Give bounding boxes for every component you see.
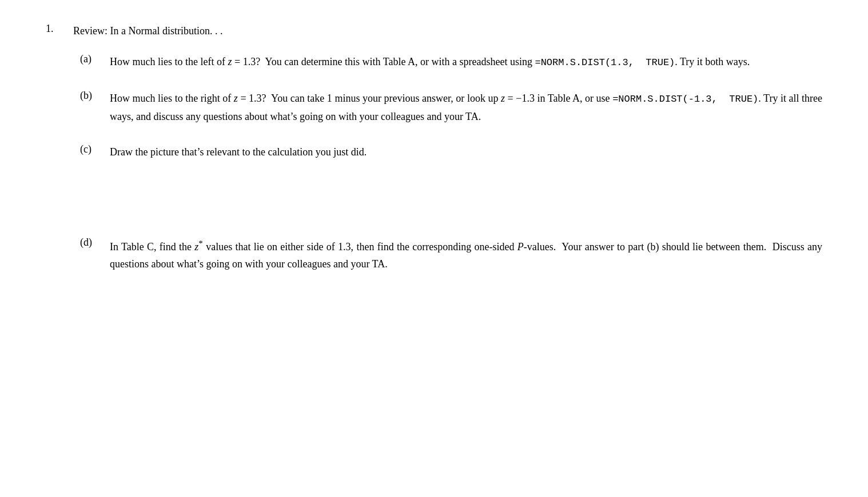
sub-problem-d: (d) In Table C, find the z* values that … xyxy=(80,237,822,273)
sub-label-d: (d) xyxy=(80,237,110,248)
sub-label-c: (c) xyxy=(80,143,110,155)
formula-b: =NORM.S.DIST(-1.3, TRUE) xyxy=(612,94,758,105)
p-var: P xyxy=(517,241,524,252)
z-var-b2: z xyxy=(501,93,505,104)
z-var-a: z xyxy=(228,56,232,67)
sub-text-d: In Table C, find the z* values that lie … xyxy=(110,237,822,273)
sub-content-a: How much lies to the left of z = 1.3? Yo… xyxy=(110,53,822,71)
sub-text-c: Draw the picture that’s relevant to the … xyxy=(110,143,822,161)
problem-title: 1. Review: In a Normal distribution. . . xyxy=(46,23,822,39)
sub-label-b: (b) xyxy=(80,90,110,102)
formula-a: =NORM.S.DIST(1.3, TRUE) xyxy=(535,57,675,68)
sub-problem-b: (b) How much lies to the right of z = 1.… xyxy=(80,90,822,125)
sub-content-b: How much lies to the right of z = 1.3? Y… xyxy=(110,90,822,125)
sub-content-c: Draw the picture that’s relevant to the … xyxy=(110,143,822,161)
sub-label-a: (a) xyxy=(80,53,110,65)
sub-problem-a: (a) How much lies to the left of z = 1.3… xyxy=(80,53,822,71)
sub-content-d: In Table C, find the z* values that lie … xyxy=(110,237,822,273)
sub-problems: (a) How much lies to the left of z = 1.3… xyxy=(80,53,822,273)
problem-title-text: Review: In a Normal distribution. . . xyxy=(73,23,222,39)
blank-space-c xyxy=(80,179,822,237)
sub-problem-c: (c) Draw the picture that’s relevant to … xyxy=(80,143,822,161)
sub-text-a: How much lies to the left of z = 1.3? Yo… xyxy=(110,53,822,71)
problem-container: 1. Review: In a Normal distribution. . .… xyxy=(46,23,822,273)
z-var-b1: z xyxy=(234,93,238,104)
z-star-sup: * xyxy=(198,239,203,248)
sub-text-b: How much lies to the right of z = 1.3? Y… xyxy=(110,90,822,125)
problem-number: 1. xyxy=(46,23,73,35)
